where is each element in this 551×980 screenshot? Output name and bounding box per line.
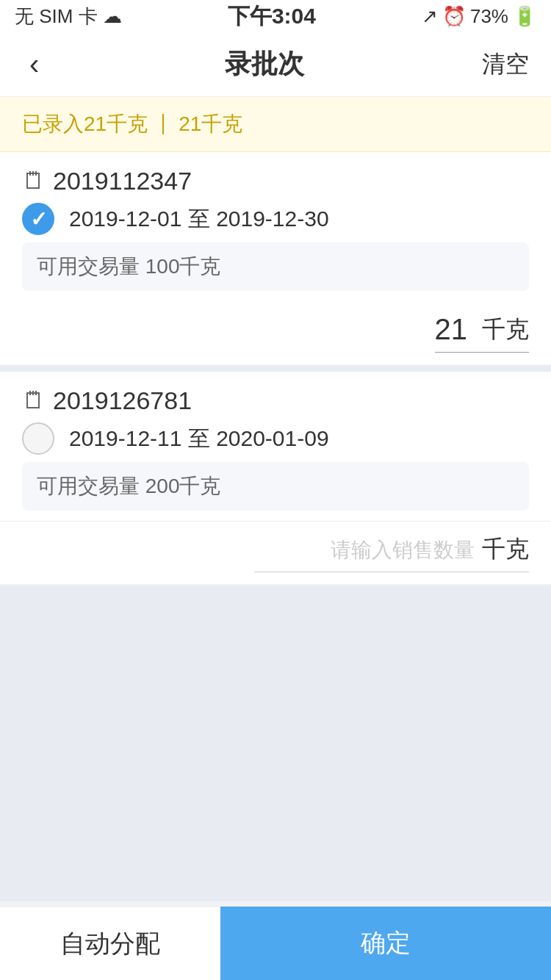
radio-button-1[interactable] [22,203,54,235]
input-underline-2: 千克 [254,533,529,572]
nav-bar: ‹ 录批次 清空 [0,32,551,97]
batch-date-row-2[interactable]: 2019-12-11 至 2020-01-09 [0,415,551,462]
clear-button[interactable]: 清空 [482,48,529,81]
auto-distribute-button[interactable]: 自动分配 [0,907,220,980]
status-bar: 无 SIM 卡 ☁ 下午3:04 ↗ ⏰ 73% 🔋 [0,0,551,32]
battery-icon: 🔋 [513,5,536,28]
batch-id-1: 2019112347 [53,167,192,195]
page-title: 录批次 [225,46,304,82]
value-row-1: 21 千克 [0,301,551,364]
info-banner: 已录入21千克 21千克 [0,97,551,152]
batch-date-1: 2019-12-01 至 2019-12-30 [69,204,329,234]
confirm-button[interactable]: 确定 [220,907,551,980]
unit-1: 千克 [482,314,529,346]
batch-item-1: 🗒 2019112347 2019-12-01 至 2019-12-30 可用交… [0,152,551,364]
status-left: 无 SIM 卡 ☁ [15,4,122,29]
spacer-area [0,586,551,901]
alarm-icon: ⏰ [442,5,466,28]
back-button[interactable]: ‹ [22,40,46,88]
batch-date-2: 2019-12-11 至 2020-01-09 [69,424,329,454]
radio-button-2[interactable] [22,422,54,455]
banner-divider [162,114,164,134]
quantity-input-2[interactable] [254,537,475,562]
status-right: ↗ ⏰ 73% 🔋 [422,5,536,28]
batch-item-2: 🗒 2019126781 2019-12-11 至 2020-01-09 可用交… [0,372,551,584]
input-row-2: 千克 [0,521,551,584]
unit-2: 千克 [482,533,529,566]
batch-date-row-1[interactable]: 2019-12-01 至 2019-12-30 [0,195,551,242]
batch-qty-2: 可用交易量 200千克 [22,462,529,511]
input-value-1: 21 [435,313,468,346]
batch-header-2: 🗒 2019126781 [0,372,551,415]
recorded-amount-value: 21千克 [179,110,242,138]
status-time: 下午3:04 [228,1,316,32]
batch-header-1: 🗒 2019112347 [0,152,551,195]
batch-id-2: 2019126781 [53,386,192,415]
sim-status: 无 SIM 卡 ☁ [15,4,122,29]
batch-qty-1: 可用交易量 100千克 [22,242,529,291]
recorded-amount-label: 已录入21千克 [22,110,148,138]
location-icon: ↗ [422,5,438,28]
bottom-bar: 自动分配 确定 [0,907,551,980]
battery-level: 73% [470,5,508,28]
batch-doc-icon-1: 🗒 [22,167,46,195]
batch-doc-icon-2: 🗒 [22,387,46,414]
item-separator [0,366,551,372]
